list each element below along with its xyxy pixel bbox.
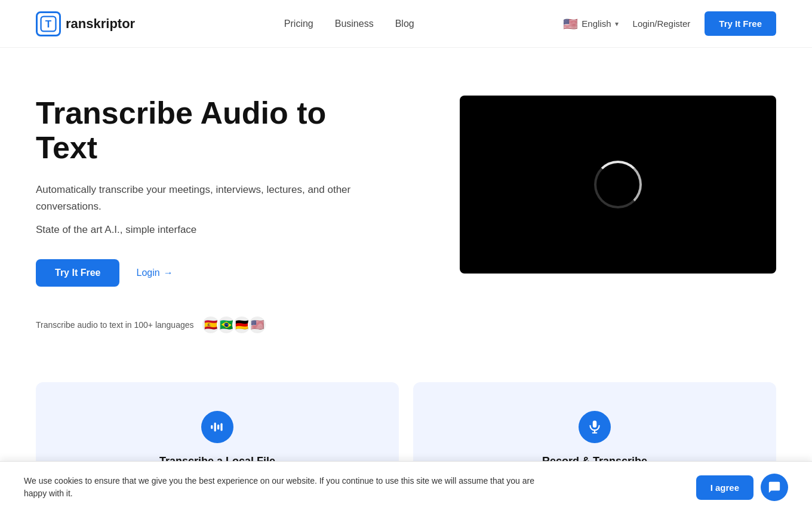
language-label: English bbox=[582, 19, 611, 29]
nav-pricing[interactable]: Pricing bbox=[284, 19, 313, 29]
svg-rect-4 bbox=[217, 425, 219, 430]
hero-right bbox=[460, 96, 776, 274]
hero-try-free-button[interactable]: Try It Free bbox=[36, 259, 119, 287]
chat-icon bbox=[768, 481, 781, 494]
loading-spinner bbox=[594, 161, 642, 208]
svg-rect-5 bbox=[220, 423, 222, 431]
svg-text:T: T bbox=[45, 19, 52, 30]
microphone-icon bbox=[587, 419, 602, 435]
chat-button[interactable] bbox=[761, 474, 788, 501]
navigation: T ranskriptor Pricing Business Blog 🇺🇸 E… bbox=[0, 0, 812, 48]
nav-right: 🇺🇸 English ▾ Login/Register Try It Free bbox=[563, 11, 776, 36]
svg-rect-6 bbox=[593, 420, 597, 428]
cookie-banner: We use cookies to ensure that we give yo… bbox=[0, 461, 812, 513]
waveform-icon-circle bbox=[201, 411, 233, 443]
hero-languages: Transcribe audio to text in 100+ languag… bbox=[36, 315, 370, 334]
hero-sub2: State of the art A.I., simple interface bbox=[36, 222, 370, 238]
languages-text: Transcribe audio to text in 100+ languag… bbox=[36, 320, 194, 330]
cookie-agree-button[interactable]: I agree bbox=[696, 475, 753, 500]
video-player[interactable] bbox=[460, 96, 776, 274]
hero-subtitle: Automatically transcribe your meetings, … bbox=[36, 182, 370, 214]
logo-link[interactable]: T ranskriptor bbox=[36, 11, 135, 36]
hero-section: Transcribe Audio to Text Automatically t… bbox=[0, 48, 812, 370]
waveform-icon bbox=[210, 419, 225, 435]
microphone-icon-circle bbox=[579, 411, 611, 443]
svg-rect-2 bbox=[211, 425, 213, 429]
login-register-link[interactable]: Login/Register bbox=[633, 19, 691, 29]
flag-icon: 🇺🇸 bbox=[563, 17, 578, 31]
nav-blog[interactable]: Blog bbox=[395, 19, 414, 29]
nav-links: Pricing Business Blog bbox=[284, 19, 414, 29]
flag-icons: 🇪🇸 🇧🇷 🇩🇪 🇺🇸 bbox=[201, 315, 267, 334]
cookie-right: I agree bbox=[696, 474, 788, 501]
nav-business[interactable]: Business bbox=[335, 19, 374, 29]
logo-icon: T bbox=[36, 11, 61, 36]
logo-text: ranskriptor bbox=[66, 16, 135, 32]
hero-title: Transcribe Audio to Text bbox=[36, 96, 370, 165]
flag-english: 🇺🇸 bbox=[248, 315, 267, 334]
hero-login-link[interactable]: Login → bbox=[136, 268, 173, 278]
nav-try-free-button[interactable]: Try It Free bbox=[705, 11, 776, 36]
language-selector[interactable]: 🇺🇸 English ▾ bbox=[563, 17, 618, 31]
svg-rect-3 bbox=[214, 422, 216, 431]
hero-left: Transcribe Audio to Text Automatically t… bbox=[36, 96, 370, 334]
hero-actions: Try It Free Login → bbox=[36, 259, 370, 287]
chevron-down-icon: ▾ bbox=[615, 20, 619, 28]
arrow-right-icon: → bbox=[164, 268, 173, 278]
cookie-text: We use cookies to ensure that we give yo… bbox=[24, 475, 549, 500]
